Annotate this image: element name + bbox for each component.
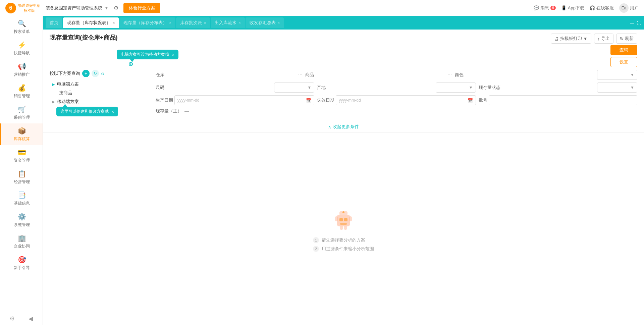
sidebar-item-finance[interactable]: 💳 资金管理 xyxy=(0,145,43,166)
tab-close-batch-ledger[interactable]: × xyxy=(204,21,206,25)
trial-button[interactable]: 体验行业方案 xyxy=(123,3,160,13)
quick-nav-icon: ⚡ xyxy=(18,41,26,49)
tooltip-2-close[interactable]: × xyxy=(111,109,114,114)
tab-close-inventory-dist[interactable]: × xyxy=(169,21,171,25)
page-title: 现存量查询(按仓库+商品) xyxy=(50,34,118,42)
origin-select[interactable]: ▼ xyxy=(436,83,476,93)
tab-recv-summary[interactable]: 收发存汇总表 × xyxy=(246,17,284,28)
tab-minimize-icon[interactable]: — xyxy=(630,20,634,25)
prod-date-label: 生产日期 xyxy=(156,97,173,103)
stock-status-chevron-icon: ▼ xyxy=(630,85,634,90)
sidebar-item-quick-nav[interactable]: ⚡ 快捷导航 xyxy=(0,38,43,59)
warehouse-more-icon[interactable]: ··· xyxy=(298,72,302,78)
empty-tip-1: 1 请先选择要分析的方案 xyxy=(313,237,374,243)
exp-date-calendar-icon[interactable]: 📅 xyxy=(468,98,473,103)
tab-inout-flow[interactable]: 出入库流水 × xyxy=(211,17,245,28)
sidebar-label-guide: 新手引导 xyxy=(14,265,30,271)
sidebar-collapse-icon[interactable]: ◀ xyxy=(29,315,33,322)
tab-label-inventory-dist: 现存量（库存分布表） xyxy=(123,20,167,26)
origin-label: 产地 xyxy=(317,85,326,91)
stock-status-label: 现存量状态 xyxy=(479,85,500,91)
tab-inventory-status[interactable]: 现存量（库存状况表） × xyxy=(63,17,119,28)
empty-tip-2: 2 用过滤条件来缩小分析范围 xyxy=(313,246,374,252)
exp-date-input[interactable]: yyyy-mm-dd 📅 xyxy=(336,95,476,105)
goods-more-icon[interactable]: ··· xyxy=(447,72,452,78)
goods-field: 商品 xyxy=(305,72,445,78)
online-support-button[interactable]: 🎧 在线客服 xyxy=(590,5,614,11)
system-dropdown-icon[interactable]: ▼ xyxy=(104,5,109,10)
empty-state: 1 请先选择要分析的方案 2 用过滤条件来缩小分析范围 xyxy=(43,133,644,325)
size-chevron-icon: ▼ xyxy=(307,85,311,90)
stock-main-label: 现存量（主） xyxy=(156,108,182,114)
refresh-scheme-button[interactable]: ↻ xyxy=(92,70,99,77)
avatar: Ea xyxy=(619,3,629,13)
color-chevron-icon: ▼ xyxy=(630,72,634,77)
tab-batch-ledger[interactable]: 库存批次账 × xyxy=(176,17,210,28)
scheme-desktop-item[interactable]: ▶ 电脑端方案 xyxy=(50,80,146,89)
toolbar-area: 🖨 按模板打印 ▼ ↑ 导出 ↻ 刷新 xyxy=(551,34,637,67)
prod-date-input[interactable]: yyyy-mm-dd 📅 xyxy=(174,95,314,105)
sidebar-item-guide[interactable]: 🎯 新手引导 xyxy=(0,252,43,274)
online-support-label: 在线客服 xyxy=(596,5,614,11)
sidebar-item-purchase[interactable]: 🛒 采购管理 xyxy=(0,102,43,123)
refresh-icon: ↻ xyxy=(620,36,624,41)
tab-label-batch-ledger: 库存批次账 xyxy=(180,20,202,26)
goods-label: 商品 xyxy=(305,72,314,78)
tooltip-bubble-1[interactable]: 电脑方案可设为移动方案哦 × xyxy=(117,50,178,59)
stock-main-dash: — xyxy=(184,109,189,114)
add-scheme-button[interactable]: + xyxy=(82,70,90,77)
sidebar-settings-icon[interactable]: ⚙ xyxy=(9,315,15,322)
sidebar-item-enterprise[interactable]: 🏢 企业协同 xyxy=(0,231,43,252)
tooltip-bubble-2[interactable]: 这里可以创建和修改方案哦 × xyxy=(56,107,118,116)
messages-button[interactable]: 💬 消息 9 xyxy=(534,5,556,11)
svg-point-9 xyxy=(342,211,344,213)
export-button[interactable]: ↑ 导出 xyxy=(594,34,614,44)
size-select[interactable]: ▼ xyxy=(274,83,314,93)
scheme-by-goods-item[interactable]: 按商品 xyxy=(56,89,146,97)
settings-button-2[interactable]: 设置 xyxy=(610,57,637,67)
tab-inventory-dist[interactable]: 现存量（库存分布表） × xyxy=(119,17,175,28)
messages-badge: 9 xyxy=(550,6,556,10)
refresh-button[interactable]: ↻ 刷新 xyxy=(616,34,637,44)
export-icon: ↑ xyxy=(598,36,600,41)
top-bar: 6 畅通道好生意 标准版 装备及固定资产辅助管理系统 ▼ ⚙ 体验行业方案 💬 … xyxy=(0,0,644,16)
tab-close-inventory-status[interactable]: × xyxy=(113,21,115,25)
color-select[interactable]: ▼ xyxy=(597,70,637,80)
sidebar-item-system[interactable]: ⚙️ 系统管理 xyxy=(0,209,43,231)
sidebar-item-search-menu[interactable]: 🔍 搜索菜单 xyxy=(0,16,43,38)
query-button[interactable]: 查询 xyxy=(610,45,637,55)
sidebar-item-operations[interactable]: 📋 经营管理 xyxy=(0,166,43,188)
tooltip-1-close[interactable]: × xyxy=(172,52,174,57)
warehouse-label: 仓库 xyxy=(156,72,164,78)
tab-close-recv-summary[interactable]: × xyxy=(278,21,280,25)
main-data-area: 1 请先选择要分析的方案 2 用过滤条件来缩小分析范围 xyxy=(43,133,644,325)
prod-date-calendar-icon[interactable]: 📅 xyxy=(306,98,311,103)
svg-rect-2 xyxy=(344,218,347,221)
svg-rect-4 xyxy=(335,216,338,221)
headset-icon: 🎧 xyxy=(590,5,595,10)
phone-icon: 📱 xyxy=(561,5,567,10)
template-print-button[interactable]: 🖨 按模板打印 ▼ xyxy=(551,34,591,44)
tab-maximize-icon[interactable]: ⛶ xyxy=(637,20,641,25)
stock-status-select[interactable]: ▼ xyxy=(597,83,637,93)
app-download-button[interactable]: 📱 App下载 xyxy=(561,5,584,11)
sidebar-item-marketing[interactable]: 📢 营销推广 xyxy=(0,59,43,80)
user-avatar-button[interactable]: Ea 用户 xyxy=(619,3,639,13)
tip-number-1: 1 xyxy=(313,237,319,243)
collapse-label: 收起更多条件 xyxy=(333,124,359,130)
exp-date-placeholder: yyyy-mm-dd xyxy=(339,98,361,103)
back-arrow-icon[interactable]: « xyxy=(101,70,104,77)
tab-home[interactable]: 首页 xyxy=(46,17,62,28)
settings-button[interactable]: ⚙ xyxy=(111,3,121,13)
sidebar-item-basic-info[interactable]: 📑 基础信息 xyxy=(0,188,43,209)
tab-close-inout-flow[interactable]: × xyxy=(238,21,240,25)
batch-input[interactable] xyxy=(489,95,637,105)
tab-label-inout-flow: 出入库流水 xyxy=(215,20,236,26)
collapse-more-button[interactable]: ∧ 收起更多条件 xyxy=(43,121,644,132)
sidebar-bottom: ⚙ ◀ xyxy=(0,312,43,325)
stock-status-field: 现存量状态 xyxy=(479,85,594,91)
sidebar-item-sales[interactable]: 💰 销售管理 xyxy=(0,80,43,102)
sidebar-item-inventory[interactable]: 📦 库存核算 xyxy=(0,123,43,145)
color-field: 颜色 xyxy=(455,72,594,78)
empty-state-illustration xyxy=(330,206,357,233)
